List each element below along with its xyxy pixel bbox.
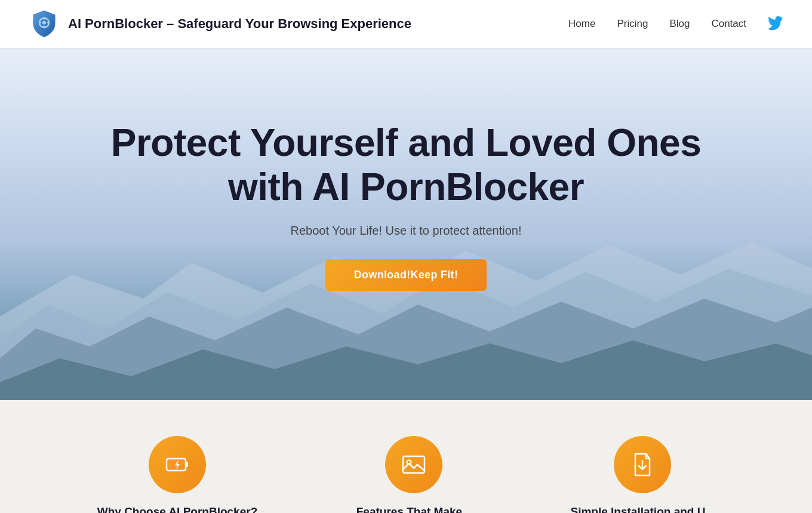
feature-icon-image — [385, 436, 442, 493]
hero-content: Protect Yourself and Loved Ones with AI … — [54, 121, 758, 290]
svg-rect-7 — [186, 462, 188, 467]
feature-icon-battery — [149, 436, 206, 493]
hero-subtitle: Reboot Your Life! Use it to protect atte… — [78, 224, 734, 238]
nav-blog[interactable]: Blog — [669, 18, 690, 30]
feature-features-label: Features That Make... — [356, 505, 472, 513]
svg-rect-8 — [403, 456, 425, 473]
feature-simple-installation: Simple Installation and U... — [570, 436, 715, 513]
features-section: Why Choose AI PornBlocker? Features That… — [0, 400, 812, 513]
twitter-icon[interactable] — [768, 16, 783, 32]
hero-title: Protect Yourself and Loved Ones with AI … — [78, 121, 734, 209]
feature-installation-label: Simple Installation and U... — [570, 505, 715, 513]
nav-contact[interactable]: Contact — [711, 18, 746, 30]
feature-features-that-make: Features That Make... — [356, 436, 472, 513]
brand: AI PornBlocker – Safeguard Your Browsing… — [29, 8, 411, 39]
navbar: AI PornBlocker – Safeguard Your Browsing… — [0, 0, 812, 48]
hero-section: Protect Yourself and Loved Ones with AI … — [0, 48, 812, 400]
brand-logo-icon — [29, 8, 60, 39]
brand-title: AI PornBlocker – Safeguard Your Browsing… — [68, 16, 411, 32]
feature-why-choose-label: Why Choose AI PornBlocker? — [97, 505, 258, 513]
download-doc-icon — [628, 450, 657, 479]
image-icon — [399, 450, 428, 479]
nav-home[interactable]: Home — [568, 18, 595, 30]
svg-point-5 — [42, 21, 46, 24]
nav-links: Home Pricing Blog Contact — [568, 16, 783, 32]
hero-cta-button[interactable]: Download!Keep Fit! — [325, 259, 487, 291]
feature-icon-download-doc — [614, 436, 671, 493]
feature-why-choose: Why Choose AI PornBlocker? — [97, 436, 258, 513]
nav-pricing[interactable]: Pricing — [617, 18, 648, 30]
battery-bolt-icon — [163, 450, 192, 479]
